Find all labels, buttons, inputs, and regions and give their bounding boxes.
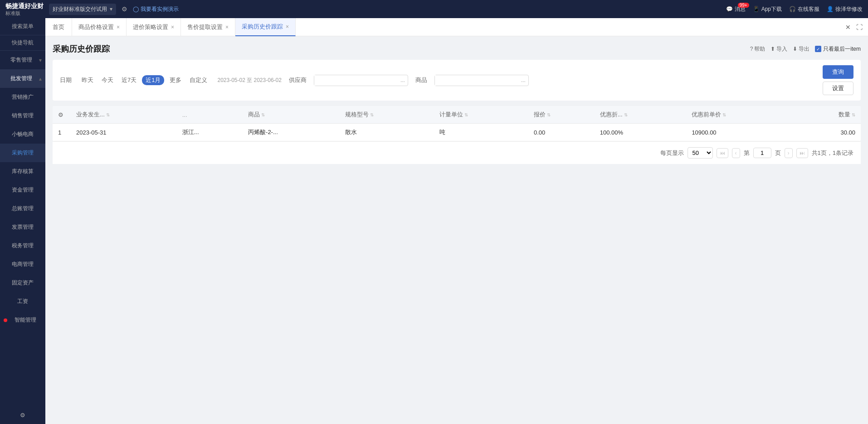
total-info: 共1页，1条记录 bbox=[812, 149, 853, 157]
sidebar-item-assets[interactable]: 固定资产 bbox=[0, 274, 45, 292]
sort-goods-icon: ⇅ bbox=[261, 112, 265, 117]
cell-unit: 吨 bbox=[434, 124, 528, 141]
help-link[interactable]: ? 帮助 bbox=[750, 45, 766, 53]
page-title: 采购历史价跟踪 bbox=[53, 43, 110, 54]
sidebar-item-ecommerce-small[interactable]: 小畅电商 bbox=[0, 125, 45, 144]
app-download-icon: 📱 bbox=[753, 6, 760, 12]
app-download-btn[interactable]: 📱 App下载 bbox=[753, 5, 782, 13]
goods-more-btn[interactable]: ... bbox=[518, 75, 528, 85]
demo-link[interactable]: ◯ 我要看实例演示 bbox=[133, 5, 179, 13]
last-page-btn[interactable]: ⏭ bbox=[796, 148, 808, 158]
logo-main: 畅捷通好业财 bbox=[5, 2, 44, 10]
tab-price-label: 商品价格设置 bbox=[78, 23, 114, 31]
th-ellipsis[interactable]: ... bbox=[177, 106, 243, 124]
tab-sale-price[interactable]: 售价提取设置 × bbox=[181, 18, 235, 36]
sidebar-item-smart[interactable]: 智能管理 bbox=[0, 311, 45, 329]
sidebar-search[interactable]: 搜索菜单 bbox=[0, 18, 45, 35]
app-download-label: App下载 bbox=[761, 5, 782, 13]
sidebar-item-marketing[interactable]: 营销推广 bbox=[0, 88, 45, 106]
page-size-select[interactable]: 50 100 200 bbox=[688, 147, 713, 159]
next-page-btn[interactable]: › bbox=[785, 148, 793, 158]
sidebar-item-purchase[interactable]: 采购管理 bbox=[0, 144, 45, 162]
user-menu[interactable]: 👤 徐泽华修改 bbox=[827, 5, 863, 13]
version-selector[interactable]: 好业财标准版交付试用 ▾ bbox=[49, 4, 116, 15]
import-label: 导入 bbox=[776, 45, 787, 53]
tab-history-price-close[interactable]: × bbox=[286, 24, 289, 30]
app-logo: 畅捷通好业财 标准版 bbox=[5, 2, 44, 16]
sidebar-item-account[interactable]: 总账管理 bbox=[0, 199, 45, 218]
column-settings-icon[interactable]: ⚙ bbox=[58, 111, 63, 118]
cell-supplier: 浙江... bbox=[177, 124, 243, 141]
tab-strategy-close[interactable]: × bbox=[171, 24, 174, 30]
date-opt-today[interactable]: 今天 bbox=[99, 75, 116, 85]
date-opt-more[interactable]: 更多 bbox=[167, 75, 184, 85]
only-latest-toggle[interactable]: ✓ 只看最后一item bbox=[815, 45, 861, 53]
settings-icon[interactable]: ⚙ bbox=[122, 5, 127, 13]
cell-spec: 散水 bbox=[340, 124, 434, 141]
sort-pre-discount-icon: ⇅ bbox=[722, 112, 726, 117]
sidebar-label-smart: 智能管理 bbox=[9, 316, 42, 324]
sidebar-label-ecommerce: 电商管理 bbox=[4, 260, 42, 268]
tab-sale-price-close[interactable]: × bbox=[225, 24, 229, 30]
tab-history-price[interactable]: 采购历史价跟踪 × bbox=[235, 18, 296, 36]
goods-filter-label: 商品 bbox=[415, 76, 427, 84]
tab-history-price-label: 采购历史价跟踪 bbox=[242, 23, 283, 31]
th-goods[interactable]: 商品 ⇅ bbox=[243, 106, 340, 124]
th-unit[interactable]: 计量单位 ⇅ bbox=[434, 106, 528, 124]
filter-actions: 查询 设置 bbox=[823, 65, 853, 95]
th-biz-date[interactable]: 业务发生... ⇅ bbox=[71, 106, 177, 124]
import-link[interactable]: ⬆ 导入 bbox=[770, 45, 787, 53]
tab-price-close[interactable]: × bbox=[117, 24, 120, 30]
sort-biz-date-icon: ⇅ bbox=[106, 112, 110, 117]
sidebar-item-retail[interactable]: 零售管理 ▾ bbox=[0, 51, 45, 69]
message-btn[interactable]: 💬 消息 99+ bbox=[726, 5, 746, 13]
th-pre-discount[interactable]: 优惠前单价 ⇅ bbox=[686, 106, 795, 124]
tab-home[interactable]: 首页 bbox=[45, 18, 72, 36]
user-name: 徐泽华修改 bbox=[835, 5, 863, 13]
page-actions: ? 帮助 ⬆ 导入 ⬇ 导出 ✓ 只看最后一item bbox=[750, 45, 861, 53]
cell-quote: 0.00 bbox=[528, 124, 595, 141]
tab-strategy[interactable]: 进价策略设置 × bbox=[127, 18, 181, 36]
date-opt-custom[interactable]: 自定义 bbox=[187, 75, 210, 85]
supplier-input-wrap: ... bbox=[314, 75, 408, 86]
message-badge: 99+ bbox=[738, 3, 749, 8]
date-opt-last7[interactable]: 近7天 bbox=[119, 75, 139, 85]
export-link[interactable]: ⬇ 导出 bbox=[793, 45, 809, 53]
demo-icon: ◯ bbox=[133, 6, 139, 12]
sidebar-item-wholesale[interactable]: 批发管理 ▴ bbox=[0, 69, 45, 88]
sidebar-item-salary[interactable]: 工资 bbox=[0, 292, 45, 311]
page-input[interactable] bbox=[753, 148, 771, 158]
date-opt-yesterday[interactable]: 昨天 bbox=[79, 75, 96, 85]
sidebar-item-tax[interactable]: 税务管理 bbox=[0, 236, 45, 255]
tab-price[interactable]: 商品价格设置 × bbox=[72, 18, 127, 36]
sidebar-item-ecommerce[interactable]: 电商管理 bbox=[0, 255, 45, 274]
supplier-more-btn[interactable]: ... bbox=[398, 75, 408, 85]
cell-biz-date: 2023-05-31 bbox=[71, 124, 177, 141]
setting-button[interactable]: 设置 bbox=[823, 82, 853, 95]
goods-input[interactable] bbox=[435, 75, 518, 86]
sidebar-item-sales[interactable]: 销售管理 bbox=[0, 106, 45, 125]
th-spec[interactable]: 规格型号 ⇅ bbox=[340, 106, 434, 124]
sidebar-item-inventory[interactable]: 库存核算 bbox=[0, 162, 45, 181]
date-opt-last1m[interactable]: 近1月 bbox=[142, 75, 164, 85]
sidebar-quick-nav[interactable]: 快捷导航 bbox=[0, 35, 45, 51]
cell-pre-discount: 10900.00 bbox=[686, 124, 795, 141]
table-row: 1 2023-05-31 浙江... 丙烯酸-2-... 散水 吨 0.00 1… bbox=[53, 124, 861, 141]
th-qty[interactable]: 数量 ⇅ bbox=[795, 106, 861, 124]
sidebar-gear-btn[interactable]: ⚙ bbox=[0, 406, 45, 424]
tab-maximize-icon[interactable]: ⛶ bbox=[854, 22, 864, 33]
first-page-btn[interactable]: ⏮ bbox=[717, 148, 728, 158]
th-quote[interactable]: 报价 ⇅ bbox=[528, 106, 595, 124]
pagination: 每页显示 50 100 200 ⏮ ‹ 第 页 › ⏭ 共1页，1条记录 bbox=[53, 141, 861, 164]
query-button[interactable]: 查询 bbox=[823, 65, 853, 79]
sort-unit-icon: ⇅ bbox=[464, 112, 468, 117]
online-service-btn[interactable]: 🎧 在线客服 bbox=[789, 5, 819, 13]
th-discount[interactable]: 优惠折... ⇅ bbox=[595, 106, 687, 124]
expand-columns-icon[interactable]: ... bbox=[182, 111, 187, 118]
sidebar-item-invoice[interactable]: 发票管理 bbox=[0, 218, 45, 236]
prev-page-btn[interactable]: ‹ bbox=[732, 148, 740, 158]
top-bar: 畅捷通好业财 标准版 好业财标准版交付试用 ▾ ⚙ ◯ 我要看实例演示 💬 消息… bbox=[0, 0, 868, 18]
sidebar-item-finance[interactable]: 资金管理 bbox=[0, 181, 45, 199]
tab-close-icon[interactable]: ✕ bbox=[844, 22, 853, 33]
supplier-input[interactable] bbox=[314, 75, 398, 86]
